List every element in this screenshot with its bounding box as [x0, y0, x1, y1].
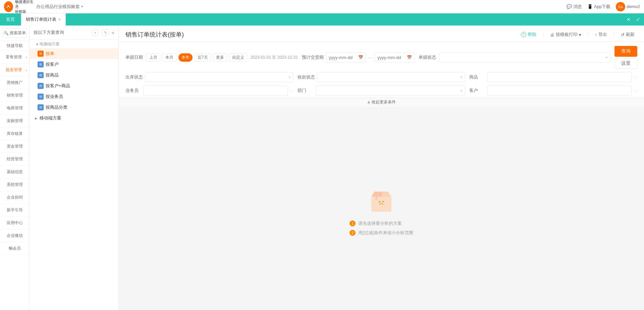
more-dates-btn[interactable]: 更多 [213, 53, 227, 62]
sidebar-item-finance-mgmt[interactable]: 资金管理 [0, 140, 29, 153]
date-btn-group: 上月 本月 本年 近7天 更多 自定义 [146, 53, 247, 62]
ship-status-label: 出库状态 [125, 74, 143, 80]
product-ellipsis-btn[interactable]: ··· [634, 75, 637, 80]
quick-nav-btn[interactable]: 快捷导航 [0, 41, 29, 51]
user-menu-btn[interactable]: Ea demo2 [616, 2, 640, 11]
empty-tip-2: 2 用[过滤]条件来缩小分析范围 [350, 230, 413, 236]
tree-node-by-customer-product[interactable]: 按 按客户+商品 [30, 81, 118, 91]
tab-close-icon[interactable]: × [58, 17, 61, 22]
date-filter-group: 单据日期 上月 本月 本年 近7天 更多 自定义 2023-01-01 至 20… [125, 53, 298, 62]
sidebar-item-marketing[interactable]: 营销推广 [0, 76, 29, 89]
svg-point-7 [375, 197, 377, 200]
tree-node-by-customer[interactable]: 按 按客户 [30, 59, 118, 70]
this-year-btn[interactable]: 本年 [178, 53, 193, 62]
sidebar-search-area: 🔍 搜索菜单 [0, 25, 29, 41]
svg-point-5 [379, 201, 380, 202]
last-month-btn[interactable]: 上月 [146, 53, 160, 62]
window-expand-icon[interactable]: ⤢ [635, 15, 641, 23]
sidebar-item-members[interactable]: 畅会员 [0, 242, 29, 255]
sidebar-item-ecom-mgmt[interactable]: 电商管理 [0, 102, 29, 115]
ship-status-select-wrapper: ▾ [145, 72, 293, 82]
customer-input[interactable] [487, 86, 632, 96]
date-separator: — [368, 55, 372, 60]
help-btn[interactable]: ? 帮助 [518, 30, 539, 39]
tree-node-by-sales-staff[interactable]: 按 按业务员 [30, 91, 118, 102]
dept-select[interactable] [316, 86, 466, 96]
customer-ellipsis-btn[interactable]: ··· [634, 88, 637, 93]
tab-bar-right: ✕ ⤢ [625, 13, 644, 25]
sidebar-item-app-center[interactable]: 应用中心 [0, 217, 29, 229]
by-customer-icon: 按 [38, 61, 44, 67]
ship-status-cell: 出库状态 ▾ [125, 72, 293, 82]
breadcrumb[interactable]: 办公用品行业模拟账套 ▾ [34, 4, 567, 10]
empty-illustration [363, 182, 400, 215]
search-menu-btn[interactable]: 🔍 搜索菜单 [2, 28, 27, 38]
ship-status-select[interactable] [145, 72, 293, 82]
edit-scheme-btn[interactable]: ✎ [102, 29, 109, 36]
sidebar-item-sales-mgmt[interactable]: 销售管理 [0, 89, 29, 102]
top-header: 畅捷通好生意 标账版 办公用品行业模拟账套 ▾ 💬 消息 📱 App下载 Ea … [0, 0, 644, 13]
expected-date-to-input[interactable] [374, 52, 415, 62]
window-close-icon[interactable]: ✕ [625, 15, 632, 23]
salesman-input[interactable] [144, 86, 288, 96]
export-btn[interactable]: ↑ 导出 [592, 30, 610, 39]
tree-node-by-product-category[interactable]: 按 按商品分类 [30, 102, 118, 113]
refresh-btn[interactable]: ↺ 刷新 [618, 30, 637, 39]
sidebar-item-new-guide[interactable]: 新手引导 [0, 204, 29, 217]
customer-label: 客户 [469, 88, 485, 94]
salesman-cell: 业务员 ··· [125, 86, 293, 96]
tab-sales-order-stats[interactable]: 销售订单统计表 × [21, 13, 66, 25]
salesman-label: 业务员 [125, 88, 142, 94]
page-actions: ? 帮助 🖨 按模板打印 ▾ ↑ 导出 [518, 30, 638, 39]
product-cell: 商品 ··· [469, 72, 637, 82]
this-month-btn[interactable]: 本月 [162, 53, 176, 62]
payment-status-select-wrapper: ▾ [317, 72, 466, 82]
last-7-days-btn[interactable]: 近7天 [195, 53, 211, 62]
sidebar-item-sys-mgmt[interactable]: 系统管理 [0, 178, 29, 191]
main-layout: 🔍 搜索菜单 快捷导航 零售管理 ▾ 批发管理 ▴ 营销推广 销售管理 电商管理… [0, 25, 644, 310]
breadcrumb-arrow-icon: ▾ [81, 4, 83, 9]
sidebar-item-purchase-mgmt[interactable]: 采购管理 [0, 115, 29, 127]
sidebar-item-basic-info[interactable]: 基础信息 [0, 166, 29, 178]
sidebar-item-inventory[interactable]: 库存核算 [0, 127, 29, 140]
tree-node-by-product[interactable]: 按 按商品 [30, 70, 118, 81]
expected-date-from-input[interactable] [326, 52, 366, 62]
add-scheme-btn[interactable]: + [92, 29, 99, 36]
sidebar-item-wholesale-mgmt[interactable]: 批发管理 ▴ [0, 64, 29, 76]
payment-status-select[interactable] [317, 72, 466, 82]
custom-date-btn[interactable]: 自定义 [229, 53, 247, 62]
set-btn[interactable]: 设置 [614, 58, 637, 69]
sidebar-item-ops-mgmt[interactable]: 经营管理 [0, 153, 29, 166]
by-product-icon: 按 [38, 72, 44, 78]
print-btn[interactable]: 🖨 按模板打印 ▾ [547, 30, 584, 39]
content-area: 按以下方案查询 + ✎ « ▾ 电脑端方案 [30, 25, 644, 310]
expected-date-from: 📅 [326, 52, 366, 62]
sidebar-item-enterprise[interactable]: 企业协同 [0, 191, 29, 204]
empty-tip-1: 1 请先选择要分析的方案 [350, 220, 413, 226]
tree-node-by-order[interactable]: 按 按单 [30, 48, 118, 59]
sidebar-item-retail-mgmt[interactable]: 零售管理 ▾ [0, 51, 29, 64]
status-select[interactable] [439, 52, 610, 62]
svg-point-1 [8, 5, 9, 6]
collapse-panel-btn[interactable]: « [112, 30, 114, 35]
payment-status-label: 收款状态 [298, 74, 315, 80]
print-dropdown-icon: ▾ [579, 32, 581, 37]
app-download-btn[interactable]: 📱 App下载 [587, 4, 610, 10]
collapse-bar[interactable]: ∧ 收起更多条件 [119, 97, 644, 107]
logo-area: 畅捷通好生意 标账版 [4, 0, 34, 14]
payment-status-cell: 收款状态 ▾ [298, 72, 466, 82]
filter-row-1: 单据日期 上月 本月 本年 近7天 更多 自定义 2023-01-01 至 20… [125, 46, 637, 69]
product-input[interactable] [487, 72, 632, 82]
mobile-section-node[interactable]: ▶ 移动端方案 [30, 113, 118, 123]
tab-bar: 首页 销售订单统计表 × ✕ ⤢ [0, 13, 644, 25]
chevron-up-icon: ▴ [25, 68, 27, 72]
svg-point-6 [382, 201, 384, 202]
logo-icon [4, 1, 13, 12]
message-btn[interactable]: 💬 消息 [567, 4, 582, 10]
chevron-down-icon: ▾ [25, 55, 27, 59]
query-btn[interactable]: 查询 [614, 46, 637, 57]
sidebar-item-enterprise-wechat[interactable]: 企业微信 [0, 229, 29, 242]
salesman-ellipsis-btn[interactable]: ··· [290, 88, 293, 93]
tab-home[interactable]: 首页 [0, 13, 21, 25]
empty-text-block: 1 请先选择要分析的方案 2 用[过滤]条件来缩小分析范围 [350, 220, 413, 236]
